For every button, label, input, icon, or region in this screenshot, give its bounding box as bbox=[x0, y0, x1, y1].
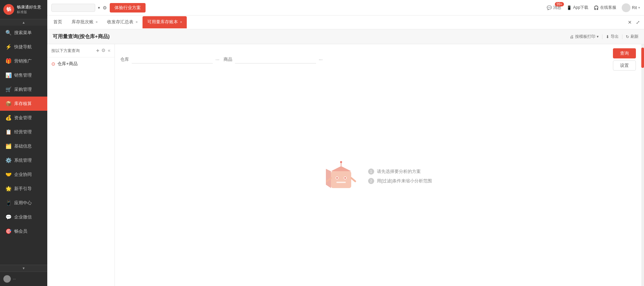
scroll-up-btn[interactable]: ▲ bbox=[0, 19, 47, 26]
apps-icon: 📱 bbox=[5, 200, 11, 206]
print-btn[interactable]: 🖨 按模板打印 ▾ bbox=[570, 34, 599, 40]
sidebar-item-wechat[interactable]: 💬 企业微信 bbox=[0, 210, 47, 224]
topbar-service-btn[interactable]: 🎧 在线客服 bbox=[594, 5, 616, 10]
inventory-icon: 📦 bbox=[5, 101, 11, 107]
scrollbar-thumb[interactable] bbox=[641, 48, 644, 68]
sidebar-item-sales[interactable]: 📊 销售管理 bbox=[0, 68, 47, 82]
topbar-search-input[interactable] bbox=[51, 4, 95, 12]
sidebar-brand: 畅康通好生意 标准版 bbox=[17, 4, 41, 15]
sidebar-bottom-user[interactable]: ··· bbox=[0, 271, 47, 286]
filter-area: 仓库 ··· 商品 ··· 查询 设置 bbox=[115, 44, 641, 286]
page-title: 可用量查询(按仓库+商品) bbox=[53, 33, 110, 40]
tip1-num: 1 bbox=[368, 168, 374, 175]
tabs-right-actions: ✕ ⤢ bbox=[626, 18, 644, 26]
sidebar-header: 畅 畅康通好生意 标准版 bbox=[0, 0, 47, 19]
right-scrollbar[interactable] bbox=[641, 44, 644, 286]
topbar-app-btn[interactable]: 📱 App下载 bbox=[567, 5, 588, 10]
warehouse-filter-more-btn[interactable]: ··· bbox=[215, 57, 220, 62]
add-scheme-btn[interactable]: + bbox=[96, 48, 99, 54]
topbar: ▾ ⚙ 体验行业方案 💬 消息 99+ 📱 App下载 🎧 在线客服 Rit ▾ bbox=[47, 0, 644, 16]
tab-batch-account[interactable]: 库存批次账 × bbox=[67, 16, 102, 29]
basic-icon: 🗂️ bbox=[5, 143, 11, 149]
sidebar-item-enterprise[interactable]: 🤝 企业协同 bbox=[0, 167, 47, 182]
svg-point-5 bbox=[336, 177, 338, 179]
print-dropdown-icon: ▾ bbox=[597, 34, 599, 39]
content-area: 按以下方案查询 + ⚙ « ⊙ 仓库+商品 仓库 ··· bbox=[47, 44, 644, 286]
topbar-right-actions: 💬 消息 99+ 📱 App下载 🎧 在线客服 Rit ▾ bbox=[547, 3, 640, 12]
quick-nav-icon: ⚡ bbox=[5, 44, 11, 50]
product-filter-input[interactable] bbox=[235, 55, 316, 63]
sidebar-item-system[interactable]: ⚙️ 系统管理 bbox=[0, 153, 47, 167]
product-filter-label: 商品 bbox=[224, 56, 232, 62]
tip1-text: 请先选择要分析的方案 bbox=[377, 168, 421, 175]
member-icon: 🎯 bbox=[5, 228, 11, 234]
enterprise-icon: 🤝 bbox=[5, 172, 11, 178]
query-panel-header: 按以下方案查询 + ⚙ « bbox=[47, 44, 114, 57]
query-panel-action-btns: + ⚙ « bbox=[96, 48, 110, 54]
sidebar-logo: 畅 bbox=[3, 4, 14, 15]
collapse-panel-btn[interactable]: « bbox=[108, 48, 110, 54]
topbar-message-btn[interactable]: 💬 消息 99+ bbox=[547, 5, 561, 10]
main-content: ▾ ⚙ 体验行业方案 💬 消息 99+ 📱 App下载 🎧 在线客服 Rit ▾ bbox=[47, 0, 644, 286]
sidebar-nav: 🔍 搜索菜单 ⚡ 快捷导航 🎁 营销推广 📊 销售管理 🛒 采购管理 📦 库存核… bbox=[0, 26, 47, 265]
tab-expand-btn[interactable]: ⤢ bbox=[635, 18, 641, 26]
topbar-gear-icon[interactable]: ⚙ bbox=[103, 5, 107, 10]
product-filter-group: 商品 ··· bbox=[224, 55, 323, 63]
query-btn[interactable]: 查询 bbox=[613, 48, 636, 58]
tab-stock-summary-close[interactable]: × bbox=[135, 20, 137, 24]
scroll-down-btn[interactable]: ▼ bbox=[0, 265, 47, 271]
svg-point-6 bbox=[344, 177, 346, 179]
sidebar-title: 畅康通好生意 bbox=[17, 4, 41, 10]
tab-available-stock[interactable]: 可用量库存账本 × bbox=[143, 16, 187, 28]
warehouse-filter-input[interactable] bbox=[132, 55, 213, 63]
settings-btn[interactable]: 设置 bbox=[613, 60, 636, 71]
user-avatar bbox=[3, 275, 11, 283]
sidebar-item-search[interactable]: 🔍 搜索菜单 bbox=[0, 26, 47, 40]
operation-icon: 📋 bbox=[5, 129, 11, 135]
product-filter-more-btn[interactable]: ··· bbox=[319, 57, 323, 62]
sidebar-item-basic[interactable]: 🗂️ 基础信息 bbox=[0, 139, 47, 153]
tab-available-stock-close[interactable]: × bbox=[180, 20, 182, 24]
svg-marker-1 bbox=[331, 166, 351, 171]
filter-row: 仓库 ··· 商品 ··· 查询 设置 bbox=[120, 48, 636, 71]
tab-batch-account-close[interactable]: × bbox=[96, 20, 98, 24]
print-icon: 🖨 bbox=[570, 34, 574, 39]
tab-stock-summary[interactable]: 收发存汇总表 × bbox=[102, 16, 142, 29]
trial-btn[interactable]: 体验行业方案 bbox=[110, 3, 146, 12]
scheme-item-warehouse-product[interactable]: ⊙ 仓库+商品 bbox=[47, 57, 114, 70]
sidebar-item-newbie[interactable]: 🌟 新手引导 bbox=[0, 182, 47, 196]
sidebar-item-operation[interactable]: 📋 经营管理 bbox=[0, 125, 47, 139]
page-header-actions: 🖨 按模板打印 ▾ ⬇ 导出 ↻ 刷新 bbox=[570, 34, 639, 40]
sidebar-item-marketing[interactable]: 🎁 营销推广 bbox=[0, 54, 47, 68]
wechat-icon: 💬 bbox=[5, 214, 11, 220]
scheme-settings-btn[interactable]: ⚙ bbox=[101, 48, 106, 54]
app-icon: 📱 bbox=[567, 5, 572, 10]
topbar-user-btn[interactable]: Rit ▾ bbox=[622, 3, 640, 12]
sidebar-item-member[interactable]: 🎯 畅会员 bbox=[0, 224, 47, 238]
svg-line-11 bbox=[351, 178, 355, 181]
divider2 bbox=[622, 34, 622, 39]
topbar-dropdown-icon[interactable]: ▾ bbox=[98, 5, 100, 10]
sales-icon: 📊 bbox=[5, 72, 11, 78]
sidebar-item-finance[interactable]: 💰 资金管理 bbox=[0, 111, 47, 125]
export-btn[interactable]: ⬇ 导出 bbox=[606, 34, 619, 40]
empty-illustration bbox=[324, 159, 358, 193]
search-icon: 🔍 bbox=[5, 30, 11, 36]
purchase-icon: 🛒 bbox=[5, 86, 11, 93]
empty-tip-2: 2 用[过滤]条件来缩小分析范围 bbox=[368, 178, 432, 184]
message-badge: 99+ bbox=[555, 2, 564, 6]
scheme-item-icon: ⊙ bbox=[51, 61, 55, 67]
query-panel-title: 按以下方案查询 bbox=[51, 48, 80, 54]
marketing-icon: 🎁 bbox=[5, 58, 11, 64]
sidebar-item-quick-nav[interactable]: ⚡ 快捷导航 bbox=[0, 40, 47, 54]
export-icon: ⬇ bbox=[606, 34, 609, 39]
tab-home[interactable]: 首页 bbox=[49, 16, 67, 29]
tab-close-all-btn[interactable]: ✕ bbox=[626, 18, 633, 26]
sidebar-item-purchase[interactable]: 🛒 采购管理 bbox=[0, 82, 47, 97]
filter-action-buttons: 查询 设置 bbox=[613, 48, 636, 71]
sidebar-item-inventory[interactable]: 📦 库存核算 bbox=[0, 97, 47, 111]
sidebar-item-apps[interactable]: 📱 应用中心 bbox=[0, 196, 47, 210]
divider1 bbox=[602, 34, 602, 39]
refresh-btn[interactable]: ↻ 刷新 bbox=[626, 34, 639, 40]
finance-icon: 💰 bbox=[5, 115, 11, 121]
